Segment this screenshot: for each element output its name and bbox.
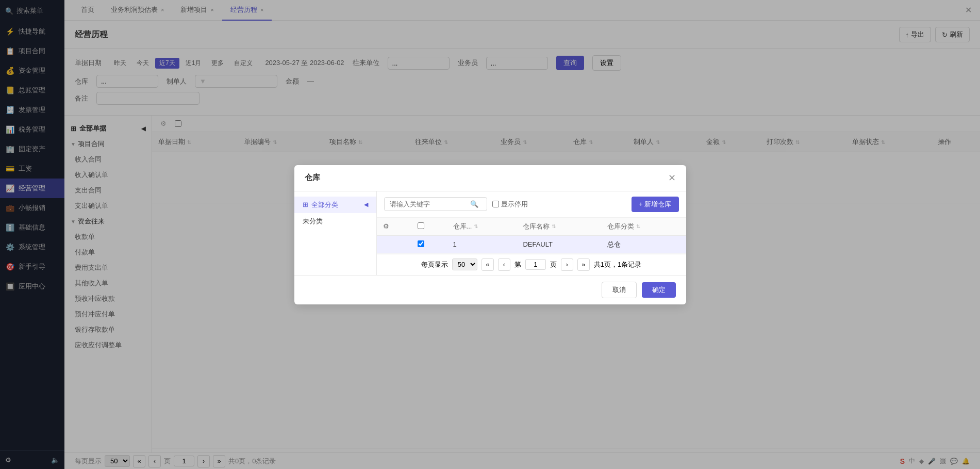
modal-left-collapse[interactable]: ◀ [364, 201, 368, 208]
cancel-button[interactable]: 取消 [602, 282, 637, 298]
modal-overlay: 仓库 ✕ ⊞ 全部分类 ◀ 未分类 [0, 0, 980, 469]
modal-sort-code[interactable]: ⇅ [474, 223, 478, 229]
modal-page-suffix: 页 [550, 260, 557, 269]
modal-close-button[interactable]: ✕ [668, 172, 676, 184]
modal-search-icon[interactable]: 🔍 [470, 200, 478, 208]
modal-toolbar: 🔍 显示停用 + 新增仓库 [377, 191, 686, 218]
modal-prev-page[interactable]: ‹ [498, 258, 510, 271]
modal-body: ⊞ 全部分类 ◀ 未分类 🔍 显示停用 [294, 191, 686, 275]
modal-th-name: 仓库名称 ⇅ [517, 218, 601, 236]
show-disabled-checkbox-label: 显示停用 [492, 200, 528, 209]
modal-warehouse-table: ⚙ 仓库... ⇅ 仓库名称 [377, 218, 686, 254]
modal-right-panel: 🔍 显示停用 + 新增仓库 ⚙ [377, 191, 686, 275]
modal-title: 仓库 [305, 173, 320, 183]
modal-page-input[interactable] [525, 259, 546, 270]
modal-search-box: 🔍 [384, 197, 487, 211]
modal-per-page-select[interactable]: 50 [452, 258, 477, 270]
add-warehouse-button[interactable]: + 新增仓库 [632, 197, 678, 212]
modal-header: 仓库 ✕ [294, 165, 686, 191]
modal-page-label: 第 [514, 260, 521, 269]
row-code: DEFAULT [517, 235, 601, 253]
modal-total-text: 共1页，1条记录 [594, 260, 641, 269]
gear-icon-table[interactable]: ⚙ [383, 222, 389, 230]
modal-sort-name[interactable]: ⇅ [552, 223, 556, 229]
row-id: 1 [447, 235, 517, 253]
modal-select-all-checkbox[interactable] [418, 222, 424, 229]
modal-sort-category[interactable]: ⇅ [636, 223, 640, 229]
modal-next-page[interactable]: › [561, 258, 573, 271]
row-select-checkbox[interactable] [418, 240, 424, 247]
grid-icon-modal: ⊞ [303, 201, 308, 208]
confirm-button[interactable]: 确定 [642, 282, 676, 298]
modal-th-checkbox [411, 218, 447, 236]
modal-search-input[interactable] [390, 200, 467, 208]
modal-last-page[interactable]: » [577, 258, 590, 271]
modal-th-category: 仓库分类 ⇅ [601, 218, 686, 236]
table-row[interactable]: 1 DEFAULT 总仓 [377, 235, 686, 253]
warehouse-modal: 仓库 ✕ ⊞ 全部分类 ◀ 未分类 [294, 165, 686, 304]
modal-pagination: 每页显示 50 « ‹ 第 页 › » 共1页，1条记录 [377, 254, 686, 275]
modal-per-page-label: 每页显示 [421, 260, 448, 269]
show-disabled-checkbox[interactable] [492, 201, 499, 207]
modal-left-panel: ⊞ 全部分类 ◀ 未分类 [294, 191, 377, 275]
row-name: 总仓 [601, 235, 686, 253]
modal-category-unclassified[interactable]: 未分类 [294, 213, 376, 230]
modal-first-page[interactable]: « [481, 258, 494, 271]
row-checkbox [411, 235, 447, 253]
modal-footer: 取消 确定 [294, 275, 686, 304]
modal-th-gear: ⚙ [377, 218, 411, 236]
modal-category-all[interactable]: ⊞ 全部分类 ◀ [294, 197, 376, 213]
modal-table-wrap: ⚙ 仓库... ⇅ 仓库名称 [377, 218, 686, 254]
row-gear [377, 235, 411, 253]
modal-th-code: 仓库... ⇅ [447, 218, 517, 236]
